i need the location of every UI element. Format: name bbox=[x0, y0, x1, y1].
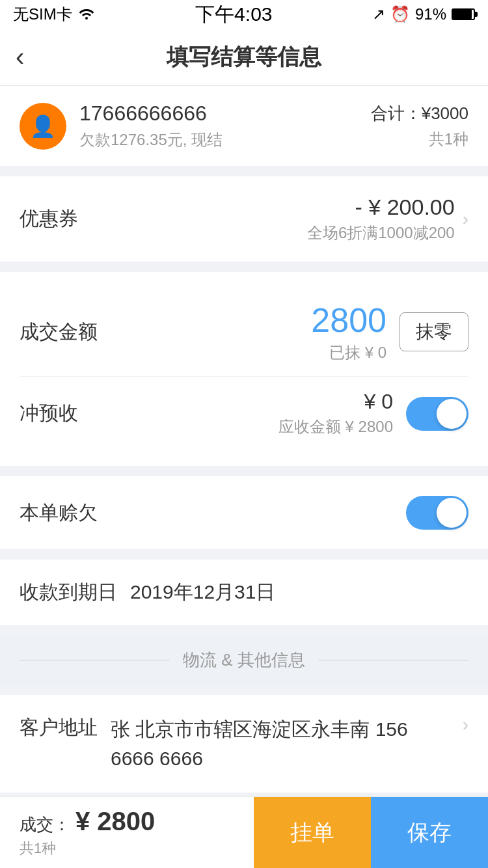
duedate-value: 2019年12月31日 bbox=[130, 579, 275, 606]
prepay-right: ¥ 0 应收金额 ¥ 2800 bbox=[278, 390, 468, 437]
sim-status: 无SIM卡 bbox=[13, 4, 72, 25]
page-title: 填写结算等信息 bbox=[167, 42, 321, 72]
customer-details: 17666666666 欠款1276.35元, 现结 bbox=[79, 102, 223, 150]
amount-right: 2800 已抹 ¥ 0 抹零 bbox=[311, 301, 468, 363]
prepay-label: 冲预收 bbox=[20, 400, 78, 427]
overdue-row: 本单赊欠 bbox=[0, 476, 488, 549]
total-amount: 合计：¥3000 bbox=[371, 102, 468, 125]
prepay-row: 冲预收 ¥ 0 应收金额 ¥ 2800 bbox=[20, 377, 468, 450]
overdue-toggle[interactable] bbox=[406, 496, 468, 530]
address-section[interactable]: 客户地址 张 北京市市辖区海淀区永丰南 156 6666 6666 › bbox=[0, 695, 488, 793]
bottom-info: 成交： ¥ 2800 共1种 bbox=[0, 807, 254, 858]
divider-right bbox=[318, 660, 468, 660]
address-label: 客户地址 bbox=[20, 714, 98, 741]
status-right: ↗ ⏰ 91% bbox=[372, 5, 475, 23]
overdue-toggle-knob bbox=[437, 498, 467, 528]
duedate-row: 收款到期日 2019年12月31日 bbox=[0, 560, 488, 625]
address-chevron: › bbox=[463, 714, 468, 735]
round-button[interactable]: 抹零 bbox=[400, 312, 468, 351]
chevron-right-icon: › bbox=[463, 209, 468, 230]
coupon-value-wrap: - ¥ 200.00 全场6折满1000减200 bbox=[307, 195, 455, 243]
battery-icon bbox=[452, 8, 475, 20]
avatar-icon: 👤 bbox=[30, 114, 56, 139]
customer-sub: 欠款1276.35元, 现结 bbox=[79, 129, 223, 150]
coupon-discount: - ¥ 200.00 bbox=[355, 195, 455, 220]
coupon-right: - ¥ 200.00 全场6折满1000减200 › bbox=[307, 195, 468, 243]
bottom-deal-count: 共1种 bbox=[20, 839, 234, 858]
divider-text: 物流 & 其他信息 bbox=[183, 649, 305, 671]
nav-bar: ‹ 填写结算等信息 bbox=[0, 29, 488, 86]
content-area: 👤 17666666666 欠款1276.35元, 现结 合计：¥3000 共1… bbox=[0, 86, 488, 868]
customer-info-row: 👤 17666666666 欠款1276.35元, 现结 合计：¥3000 共1… bbox=[0, 86, 488, 166]
customer-phone: 17666666666 bbox=[79, 102, 223, 126]
customer-left: 👤 17666666666 欠款1276.35元, 现结 bbox=[20, 102, 223, 150]
save-button[interactable]: 保存 bbox=[371, 797, 488, 869]
duedate-label: 收款到期日 bbox=[20, 579, 117, 606]
total-count: 共1种 bbox=[371, 129, 468, 150]
coupon-row[interactable]: 优惠券 - ¥ 200.00 全场6折满1000减200 › bbox=[0, 176, 488, 262]
wifi-icon bbox=[77, 5, 96, 23]
coupon-label: 优惠券 bbox=[20, 206, 78, 232]
battery-level: 91% bbox=[415, 5, 446, 23]
transaction-amount-value: 2800 bbox=[311, 301, 386, 340]
bottom-bar: 成交： ¥ 2800 共1种 挂单 保存 bbox=[0, 796, 488, 868]
coupon-detail: 全场6折满1000减200 bbox=[307, 223, 455, 243]
amount-value-wrap: 2800 已抹 ¥ 0 bbox=[311, 301, 386, 363]
overdue-section: 本单赊欠 bbox=[0, 476, 488, 549]
transaction-amount-row: 成交金额 2800 已抹 ¥ 0 抹零 bbox=[20, 288, 468, 377]
prepay-amount-label: 应收金额 ¥ 2800 bbox=[278, 416, 393, 437]
customer-total: 合计：¥3000 共1种 bbox=[371, 102, 468, 150]
amount-label: 成交金额 bbox=[20, 319, 98, 346]
toggle-knob bbox=[437, 399, 467, 429]
divider-left bbox=[20, 660, 170, 660]
overdue-label: 本单赊欠 bbox=[20, 500, 98, 526]
bottom-deal-amount: ¥ 2800 bbox=[75, 807, 155, 836]
prepay-value-wrap: ¥ 0 应收金额 ¥ 2800 bbox=[278, 390, 393, 437]
divider-section: 物流 & 其他信息 bbox=[0, 636, 488, 685]
avatar: 👤 bbox=[20, 103, 66, 150]
alarm-icon: ⏰ bbox=[390, 5, 410, 23]
amount-sub: 已抹 ¥ 0 bbox=[329, 342, 386, 363]
address-value: 张 北京市市辖区海淀区永丰南 156 6666 6666 bbox=[111, 714, 450, 773]
bottom-deal-label: 成交： bbox=[20, 813, 70, 836]
prepay-value: ¥ 0 bbox=[364, 390, 393, 414]
prepay-toggle[interactable] bbox=[406, 397, 468, 431]
location-icon: ↗ bbox=[372, 5, 385, 23]
status-left: 无SIM卡 bbox=[13, 4, 96, 25]
pending-button[interactable]: 挂单 bbox=[254, 797, 371, 869]
status-bar: 无SIM卡 下午4:03 ↗ ⏰ 91% bbox=[0, 0, 488, 29]
status-time: 下午4:03 bbox=[195, 1, 272, 28]
address-chevron-icon: › bbox=[463, 714, 468, 735]
back-button[interactable]: ‹ bbox=[16, 42, 24, 72]
amount-section: 成交金额 2800 已抹 ¥ 0 抹零 冲预收 ¥ 0 应收金额 ¥ 2800 bbox=[0, 272, 488, 466]
